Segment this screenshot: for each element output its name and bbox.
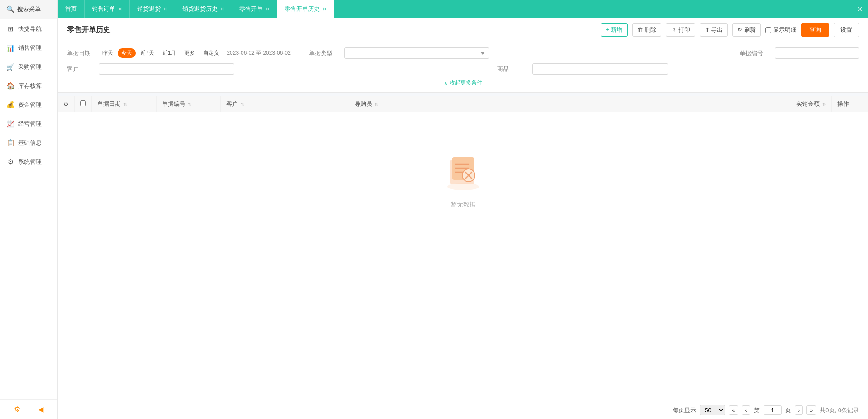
tab-sales-return-history[interactable]: 销货退货历史 ✕ [175, 0, 232, 18]
tab-retail-history-label: 零售开单历史 [285, 5, 320, 13]
settings-icon[interactable]: ⚙ [63, 101, 69, 108]
settings-button[interactable]: 设置 [834, 23, 859, 37]
goods-dots-icon[interactable]: ... [674, 64, 680, 74]
tab-sales-return-close[interactable]: ✕ [163, 6, 167, 12]
tab-sales-return-history-close[interactable]: ✕ [220, 6, 224, 12]
sort-amount-icon[interactable]: ⇅ [822, 102, 826, 107]
date-btn-today[interactable]: 今天 [118, 48, 136, 58]
query-button[interactable]: 查询 [801, 23, 829, 37]
window-maximize-icon[interactable]: □ [849, 5, 853, 13]
window-close-icon[interactable]: ✕ [857, 5, 863, 14]
table-area: ⚙ 单据日期 ⇅ 单据编号 ⇅ [58, 96, 868, 401]
th-guide[interactable]: 导购员 ⇅ [349, 96, 404, 112]
collapse-sidebar-icon[interactable]: ◀ [38, 405, 43, 414]
sidebar-item-label: 销售管理 [18, 44, 42, 52]
empty-text: 暂无数据 [451, 201, 476, 209]
system-icon: ⚙ [6, 158, 14, 166]
page-prev-button[interactable]: ‹ [742, 405, 750, 415]
sidebar-item-sales[interactable]: 📊 销售管理 [0, 38, 57, 57]
select-all-checkbox[interactable] [80, 100, 86, 106]
tab-retail-open[interactable]: 零售开单 ✕ [232, 0, 277, 18]
filter-area: 单据日期 昨天 今天 近7天 近1月 更多 自定义 2023-06-02 至 2… [58, 42, 868, 93]
print-button[interactable]: 🖨 打印 [666, 23, 695, 37]
th-number[interactable]: 单据编号 ⇅ [156, 96, 221, 112]
date-btn-1month[interactable]: 近1月 [159, 48, 180, 58]
settings-bottom-icon[interactable]: ⚙ [14, 405, 20, 414]
goods-filter-group: ... [532, 63, 859, 75]
page-label-suffix: 页 [785, 406, 791, 414]
tab-sales-order[interactable]: 销售订单 ✕ [85, 0, 130, 18]
tab-sales-order-label: 销售订单 [92, 5, 115, 13]
date-range-text: 2023-06-02 至 2023-06-02 [227, 49, 290, 57]
goods-filter-label: 商品 [497, 65, 529, 73]
tab-sales-order-close[interactable]: ✕ [118, 6, 122, 12]
sidebar-item-label: 快捷导航 [18, 25, 42, 33]
basic-icon: 📋 [6, 139, 14, 147]
number-filter-label: 单据编号 [740, 49, 771, 57]
sidebar-item-operation[interactable]: 📈 经营管理 [0, 114, 57, 133]
type-filter-label: 单据类型 [309, 49, 341, 57]
customer-dots-icon[interactable]: ... [240, 64, 247, 74]
type-filter-select[interactable] [344, 47, 489, 59]
page-first-button[interactable]: « [729, 405, 738, 415]
th-date[interactable]: 单据日期 ⇅ [92, 96, 157, 112]
shortcut-icon: ⊞ [6, 25, 14, 33]
th-action: 操作 [831, 96, 868, 112]
sidebar-search[interactable]: 🔍 搜索采单 [0, 0, 57, 19]
th-amount-label: 实销金额 [796, 100, 820, 107]
tab-home[interactable]: 首页 [58, 0, 85, 18]
number-filter-input[interactable] [775, 47, 859, 59]
export-button[interactable]: ⬆ 导出 [700, 23, 728, 37]
tab-retail-history-close[interactable]: ✕ [323, 6, 327, 12]
page-next-button[interactable]: › [795, 405, 803, 415]
tab-retail-history[interactable]: 零售开单历史 ✕ [277, 0, 334, 18]
sidebar-item-system[interactable]: ⚙ 系统管理 [0, 152, 57, 171]
main-area: 首页 销售订单 ✕ 销货退货 ✕ 销货退货历史 ✕ 零售开单 ✕ 零售开单历史 … [58, 0, 868, 419]
display-detail-checkbox[interactable]: 显示明细 [765, 26, 797, 34]
page-input[interactable] [764, 405, 782, 415]
collapse-bar[interactable]: ∧ 收起更多条件 [67, 79, 859, 87]
th-date-label: 单据日期 [97, 100, 121, 107]
date-btn-yesterday[interactable]: 昨天 [99, 48, 117, 58]
tab-retail-open-close[interactable]: ✕ [266, 6, 270, 12]
tab-retail-open-label: 零售开单 [239, 5, 263, 13]
add-button[interactable]: + 新增 [601, 23, 627, 37]
date-btn-7days[interactable]: 近7天 [137, 48, 158, 58]
th-check[interactable] [75, 96, 92, 112]
refresh-button[interactable]: ↻ 刷新 [732, 23, 761, 37]
collapse-icon: ∧ [444, 80, 448, 86]
sort-number-icon[interactable]: ⇅ [188, 102, 191, 107]
goods-filter-input[interactable] [532, 63, 668, 75]
topbar-right: － □ ✕ [838, 5, 868, 14]
page-last-button[interactable]: » [806, 405, 816, 415]
date-btn-more[interactable]: 更多 [180, 48, 199, 58]
delete-button[interactable]: 🗑 删除 [632, 23, 662, 37]
search-icon: 🔍 [6, 5, 14, 14]
display-detail-input[interactable] [765, 27, 771, 33]
date-btn-custom[interactable]: 自定义 [199, 48, 223, 58]
customer-filter-input[interactable] [99, 63, 234, 75]
sidebar-item-basic[interactable]: 📋 基础信息 [0, 133, 57, 152]
tab-sales-return-label: 销货退货 [137, 5, 161, 13]
th-amount[interactable]: 实销金额 ⇅ [404, 96, 832, 112]
tab-sales-return[interactable]: 销货退货 ✕ [130, 0, 175, 18]
sidebar-item-inventory[interactable]: 🏠 库存核算 [0, 76, 57, 95]
filter-row-date: 单据日期 昨天 今天 近7天 近1月 更多 自定义 2023-06-02 至 2… [67, 47, 859, 59]
page-size-select[interactable]: 50 10 20 100 [700, 405, 725, 415]
th-customer[interactable]: 客户 ⇅ [221, 96, 349, 112]
data-table: ⚙ 单据日期 ⇅ 单据编号 ⇅ [58, 96, 868, 112]
customer-filter-label: 客户 [67, 65, 99, 73]
sidebar-item-purchase[interactable]: 🛒 采购管理 [0, 57, 57, 76]
page-size-label: 每页显示 [673, 406, 696, 414]
th-settings[interactable]: ⚙ [58, 96, 75, 112]
sidebar-item-finance[interactable]: 💰 资金管理 [0, 95, 57, 114]
window-minimize-icon[interactable]: － [838, 5, 845, 14]
sort-date-icon[interactable]: ⇅ [123, 102, 127, 107]
sort-customer-icon[interactable]: ⇅ [241, 102, 244, 107]
th-guide-label: 导购员 [355, 100, 372, 107]
sort-guide-icon[interactable]: ⇅ [375, 102, 378, 107]
sales-icon: 📊 [6, 44, 14, 52]
sidebar-item-shortcut[interactable]: ⊞ 快捷导航 [0, 19, 57, 38]
sidebar-item-label: 系统管理 [18, 158, 42, 166]
sidebar-item-label: 基础信息 [18, 139, 42, 147]
